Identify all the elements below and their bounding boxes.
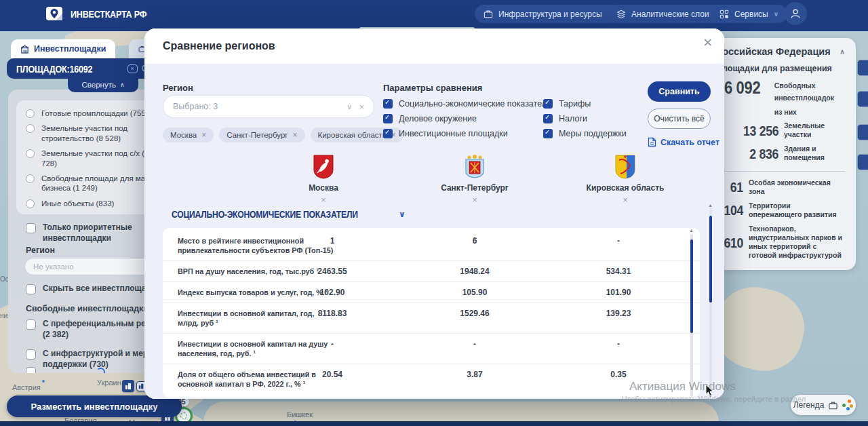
section-socioeconomic[interactable]: СОЦИАЛЬНО-ЭКОНОМИЧЕСКИЕ ПОКАЗАТЕЛИ ∨ [172, 209, 406, 220]
stat-technoparks: 610 Технопарков, индустриальных парков и… [716, 225, 845, 260]
param-support[interactable]: Меры поддержки [543, 129, 627, 138]
checked-checkbox-icon [383, 99, 393, 109]
close-icon[interactable]: × [703, 35, 712, 50]
remove-region-icon[interactable]: × [472, 195, 477, 205]
brand-logo[interactable]: ИНВЕСТКАРТА РФ [45, 4, 161, 23]
stat-value: 104 [724, 203, 743, 217]
clear-select-icon[interactable]: × [359, 102, 364, 112]
table-row: Индекс выпуска товаров и услуг, год, % ¹… [163, 282, 700, 303]
clear-all-button[interactable]: Очистить всё [648, 109, 711, 129]
chevron-up-icon[interactable]: ∧ [840, 47, 845, 56]
map-pin-logo-icon [45, 4, 64, 23]
modal-title: Сравнение регионов [163, 40, 275, 52]
sites-count: ПЛОЩАДОК:16092 [16, 63, 92, 75]
stat-note: из них [774, 108, 845, 116]
radio-icon [26, 174, 35, 183]
checkbox-icon [26, 367, 36, 373]
remove-region-icon[interactable]: × [321, 195, 326, 205]
map-label-ukraine: Украин [97, 379, 121, 387]
menu-label: Сервисы [734, 9, 768, 19]
remove-chip-icon[interactable]: × [292, 131, 297, 139]
stat-value: 610 [724, 235, 743, 250]
loading-spinner-icon [96, 368, 105, 373]
map-control-button[interactable] [857, 60, 868, 76]
category-option[interactable]: Земельные участки под с/х (4 728) [26, 149, 164, 168]
remove-region-icon[interactable]: × [623, 195, 628, 205]
region-filter-label: Регион [26, 246, 55, 255]
chip-spb[interactable]: Санкт-Петербург × [219, 128, 304, 142]
category-option[interactable]: Иные объекты (833) [26, 199, 164, 208]
table-row: ВРП на душу населения, год, тыс.руб ¹ 24… [163, 261, 700, 282]
building-icon [125, 383, 132, 390]
stat-buildings: 2 836 Здания и помещения [716, 144, 845, 162]
collapse-panel-button[interactable]: Свернуть ∧ [68, 77, 138, 92]
clear-icon: × [127, 64, 138, 73]
stat-tor: 104 Территории опережающего развития [716, 201, 845, 219]
radio-icon [26, 149, 35, 158]
map-control-button[interactable] [857, 91, 868, 107]
chevron-down-icon: ∨ [774, 10, 778, 18]
category-option[interactable]: Свободные площади для малого бизнеса (1 … [26, 174, 164, 193]
param-business[interactable]: Деловое окружение [383, 114, 477, 123]
remove-chip-icon[interactable]: × [201, 131, 206, 139]
compare-regions-modal: Сравнение регионов × Регион Выбрано: 3 ∨… [144, 28, 724, 399]
cluster-target-icon [180, 412, 187, 419]
region-column-kirov: Кировская область × [564, 155, 686, 205]
divider [716, 171, 845, 172]
category-option[interactable]: Земельные участки под строительство (8 5… [26, 123, 164, 143]
chevron-down-icon: ∨ [399, 210, 406, 219]
stat-label: Свободных инвестплощадок [774, 81, 834, 102]
stat-label: Особая экономическая зона [749, 178, 845, 196]
stat-land-plots: 13 256 Земельные участки [716, 121, 845, 139]
stat-label: Территории опережающего развития [749, 201, 845, 219]
stat-label: Технопарков, индустриальных парков и ины… [749, 225, 845, 260]
param-taxes[interactable]: Налоги [543, 114, 587, 123]
table-row: Место в рейтинге инвестиционной привлека… [163, 231, 700, 261]
region-column-spb: Санкт-Петербург × [414, 155, 536, 205]
compare-button[interactable]: Сравнить [648, 81, 711, 102]
table-row: Инвестиции в основной капитал на душу на… [163, 334, 700, 364]
param-socioeconomic[interactable]: Социально-экономические показатели [383, 99, 551, 109]
category-option[interactable]: Готовые промплощадки (755) [26, 109, 164, 118]
radio-icon [26, 124, 35, 133]
stat-label: Земельные участки [784, 121, 840, 139]
map-control-button[interactable] [857, 154, 868, 170]
table-row: Доля от общего объема инвестиций в основ… [163, 364, 700, 394]
chip-moscow[interactable]: Москва × [163, 128, 214, 142]
brand-title: ИНВЕСТКАРТА РФ [71, 8, 146, 20]
menu-label: Аналитические слои [631, 9, 709, 19]
checkbox-icon [26, 284, 36, 294]
param-tariffs[interactable]: Тарифы [543, 99, 591, 109]
moscow-coat-of-arms-icon [313, 155, 334, 179]
region-select-label: Регион [163, 83, 193, 93]
legend-dots-icon [842, 400, 853, 410]
stat-free-sites: 16 092 Свободных инвестплощадок из них [716, 79, 845, 116]
checkbox-icon [26, 223, 36, 233]
map-marker-investsite[interactable] [122, 380, 134, 392]
param-investsites[interactable]: Инвестиционные площадки [383, 129, 508, 138]
panel-title: Российская Федерация [716, 46, 831, 57]
stat-value: 13 256 [743, 123, 778, 138]
map-label-austria: Австрия [12, 383, 41, 391]
select-value: Выбрано: 3 [173, 102, 340, 111]
chevron-down-icon[interactable]: ∨ [347, 102, 352, 111]
checked-checkbox-icon [543, 129, 553, 138]
menu-services[interactable]: Сервисы ∨ [711, 5, 787, 23]
checked-checkbox-icon [383, 129, 393, 138]
spb-coat-of-arms-icon [462, 155, 488, 179]
menu-infrastructure[interactable]: Инфраструктура и ресурсы ∨ [475, 5, 621, 23]
table-scrollbar-thumb[interactable] [690, 239, 693, 333]
download-report-link[interactable]: Скачать отчет [648, 137, 719, 147]
modal-scrollbar-thumb[interactable] [709, 216, 712, 303]
kirov-coat-of-arms-icon [615, 155, 635, 179]
tab-label: Инвестплощадки [34, 44, 106, 54]
table-row: Инвестиции в основной капитал, год, млрд… [163, 303, 700, 334]
tab-investsites[interactable]: Инвестплощадки [11, 39, 115, 58]
briefcase-icon [828, 401, 838, 410]
windows-activation-watermark: Активация Windows [629, 380, 736, 393]
checked-checkbox-icon [543, 114, 553, 123]
map-control-button[interactable] [857, 124, 868, 140]
user-profile-button[interactable] [784, 2, 807, 25]
layers-icon [616, 9, 626, 19]
region-multiselect[interactable]: Выбрано: 3 ∨ × [163, 95, 374, 118]
